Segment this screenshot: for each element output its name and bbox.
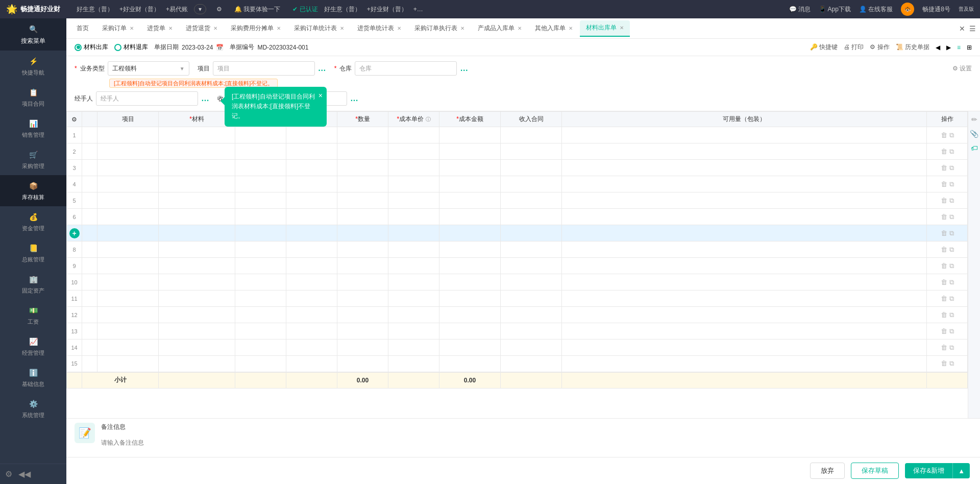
tab-purchase-order[interactable]: 采购订单 ✕ [96,20,140,37]
user-name[interactable]: 畅捷通8号 [922,5,950,14]
warehouse-input[interactable]: 仓库 [355,61,457,76]
prev-doc-btn[interactable]: ◀ [936,44,940,51]
tab-material-out[interactable]: 材料出库单 ✕ [580,20,630,37]
next-doc-btn[interactable]: ▶ [946,44,951,51]
tooltip-close-btn[interactable]: × [318,90,323,101]
tab-material-out-close[interactable]: ✕ [620,25,624,31]
col-settings[interactable]: ⚙ [67,112,82,127]
nav-yidaizhang[interactable]: +易代账 [166,5,188,14]
tab-menu-btn[interactable]: ☰ [969,25,976,33]
sidebar-item-search[interactable]: 🔍 搜索菜单 [0,18,66,51]
row-copy-btn-1[interactable]: ⧉ [949,131,954,139]
row-delete-btn-2[interactable]: 🗑 [941,148,947,156]
project-input[interactable]: 项目 [213,61,315,76]
warehouse-search-btn[interactable]: … [460,64,468,73]
nav-haoshengyi2[interactable]: 好生意（普） [324,5,361,14]
nav-experience[interactable]: 🔔 我要体验一下 [234,5,280,14]
discard-btn[interactable]: 放弃 [810,463,845,479]
save-draft-btn[interactable]: 保存草稿 [851,463,899,479]
shortcut-btn[interactable]: 🔑 快捷键 [810,43,838,52]
online-service-btn[interactable]: 👤 在线客服 [859,5,893,14]
right-panel-flag-icon[interactable]: 🏷 [971,144,978,152]
sidebar-item-fixed-assets[interactable]: 🏢 固定资产 [0,269,66,300]
row-copy-btn-9[interactable]: ⧉ [949,262,954,270]
row-delete-btn-3[interactable]: 🗑 [941,164,947,172]
row-delete-btn-6[interactable]: 🗑 [941,213,947,221]
sidebar-item-payroll[interactable]: 💵 工资 [0,300,66,331]
tab-goods-receipt[interactable]: 进货单 ✕ [141,20,179,37]
right-panel-edit-icon[interactable]: ✏ [971,115,977,124]
nav-haoyecai2[interactable]: +好业财（普） [367,5,407,14]
list-view-btn[interactable]: ≡ [957,44,961,51]
sidebar-item-basic-info[interactable]: ℹ️ 基础信息 [0,362,66,393]
save-new-main-btn[interactable]: 保存&新增 [905,463,952,478]
tab-goods-stats[interactable]: 进货单统计表 ✕ [351,20,407,37]
row-delete-btn-12[interactable]: 🗑 [941,311,947,319]
row-copy-btn-4[interactable]: ⧉ [949,180,954,188]
row-copy-btn-10[interactable]: ⧉ [949,278,954,286]
calendar-icon[interactable]: 📅 [216,44,224,51]
tab-goods-return[interactable]: 进货退货 ✕ [180,20,224,37]
tab-purchase-expense-close[interactable]: ✕ [277,26,281,31]
radio-material-out[interactable]: 材料出库 [75,43,108,52]
tab-purchase-exec-close[interactable]: ✕ [460,26,464,31]
sidebar-item-finance[interactable]: 💰 资金管理 [0,206,66,237]
sidebar-item-sys-mgmt[interactable]: ⚙️ 系统管理 [0,393,66,424]
row-copy-btn-11[interactable]: ⧉ [949,295,954,303]
row-7-input-1[interactable] [84,230,95,237]
row-delete-btn-7[interactable]: 🗑 [941,229,947,237]
nav-haoyecai[interactable]: +好业财（普） [119,5,160,14]
row-copy-btn-14[interactable]: ⧉ [949,344,954,352]
sidebar-item-quicknav[interactable]: ⚡ 快捷导航 [0,51,66,82]
radio-material-return[interactable]: 材料退库 [114,43,148,52]
nav-haoshengyi[interactable]: 好生意（普） [77,5,113,14]
save-new-arrow-btn[interactable]: ▲ [952,463,970,478]
row-copy-btn-5[interactable]: ⧉ [949,197,954,205]
handler-input[interactable]: 经手人 [96,91,198,106]
tab-purchase-stats[interactable]: 采购订单统计表 ✕ [288,20,350,37]
tab-purchase-order-close[interactable]: ✕ [130,26,134,31]
date-value[interactable]: 2023-03-24 [182,44,213,51]
tab-goods-stats-close[interactable]: ✕ [397,26,401,31]
sidebar-item-purchase[interactable]: 🛒 采购管理 [0,144,66,175]
row-delete-btn-9[interactable]: 🗑 [941,262,947,270]
row-copy-btn-15[interactable]: ⧉ [949,359,954,368]
nav-gear-icon[interactable]: ⚙ [216,6,222,13]
row-copy-btn-2[interactable]: ⧉ [949,148,954,156]
handler-search-btn[interactable]: … [201,94,209,103]
tab-home[interactable]: 首页 [70,20,95,37]
tab-other-in[interactable]: 其他入库单 ✕ [529,20,579,37]
cell[interactable] [82,127,97,143]
sidebar-item-inventory[interactable]: 📦 库存核算 [0,175,66,206]
row-delete-btn-4[interactable]: 🗑 [941,180,947,188]
app-download-btn[interactable]: 📱 App下载 [819,5,851,14]
tab-goods-receipt-close[interactable]: ✕ [168,26,173,31]
row-delete-btn-5[interactable]: 🗑 [941,197,947,205]
row-copy-btn-3[interactable]: ⧉ [949,164,954,172]
tab-product-in-close[interactable]: ✕ [518,26,522,31]
print-btn[interactable]: 🖨 打印 [844,43,864,52]
row-delete-btn-8[interactable]: 🗑 [941,246,947,254]
row-copy-btn-7[interactable]: ⧉ [949,229,954,237]
sidebar-settings-btn[interactable]: ⚙ [5,469,12,479]
history-btn[interactable]: 📜 历史单据 [896,43,929,52]
tab-purchase-stats-close[interactable]: ✕ [340,26,344,31]
grid-view-btn[interactable]: ⊞ [967,44,972,51]
message-btn[interactable]: 💬 消息 [789,5,811,14]
sidebar-item-project[interactable]: 📋 项目合同 [0,82,66,113]
project-search-btn[interactable]: … [318,64,326,73]
sidebar-item-sales[interactable]: 📊 销售管理 [0,113,66,144]
tab-purchase-expense[interactable]: 采购费用分摊单 ✕ [225,20,287,37]
tab-product-in[interactable]: 产成品入库单 ✕ [472,20,528,37]
notes-input[interactable] [101,433,972,453]
page-settings-btn[interactable]: ⚙ 设置 [952,65,972,72]
income-contract-search-btn[interactable]: … [350,94,358,103]
row-delete-btn-1[interactable]: 🗑 [941,131,947,139]
add-row-btn[interactable]: + [69,228,80,238]
tab-close-all-btn[interactable]: ✕ [959,25,965,33]
sidebar-item-accounting[interactable]: 📒 总账管理 [0,237,66,269]
row-delete-btn-11[interactable]: 🗑 [941,295,947,303]
tab-goods-return-close[interactable]: ✕ [213,26,217,31]
tab-other-in-close[interactable]: ✕ [569,26,573,31]
nav-more[interactable]: +… [413,6,423,13]
